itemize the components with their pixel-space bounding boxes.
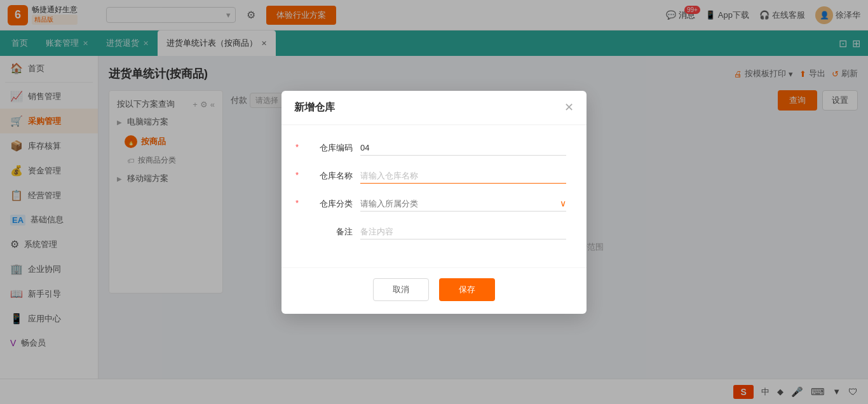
category-label: 仓库分类 [302,198,353,210]
form-row-name: 仓库名称 [302,168,566,184]
note-label: 备注 [302,226,353,238]
form-row-category: 仓库分类 ∨ [302,196,566,212]
warehouse-code-input[interactable] [360,140,566,156]
warehouse-note-input[interactable] [360,224,566,239]
category-input[interactable] [360,196,560,211]
modal-overlay[interactable]: 新增仓库 ✕ 仓库编码 仓库名称 仓库分类 ∨ 备注 [0,0,868,404]
name-label: 仓库名称 [302,170,353,182]
warehouse-name-input[interactable] [360,168,566,184]
code-label: 仓库编码 [302,142,353,154]
modal-title: 新增仓库 [294,101,335,114]
modal-body: 仓库编码 仓库名称 仓库分类 ∨ 备注 [281,125,587,267]
modal-close-btn[interactable]: ✕ [564,102,574,113]
save-button[interactable]: 保存 [439,278,495,301]
cancel-button[interactable]: 取消 [373,278,429,301]
category-select-wrap[interactable]: ∨ [360,196,566,212]
category-dropdown-arrow: ∨ [560,198,566,208]
new-warehouse-modal: 新增仓库 ✕ 仓库编码 仓库名称 仓库分类 ∨ 备注 [281,91,587,314]
form-row-note: 备注 [302,224,566,239]
modal-footer: 取消 保存 [281,267,587,314]
modal-header: 新增仓库 ✕ [281,91,587,125]
form-row-code: 仓库编码 [302,140,566,156]
